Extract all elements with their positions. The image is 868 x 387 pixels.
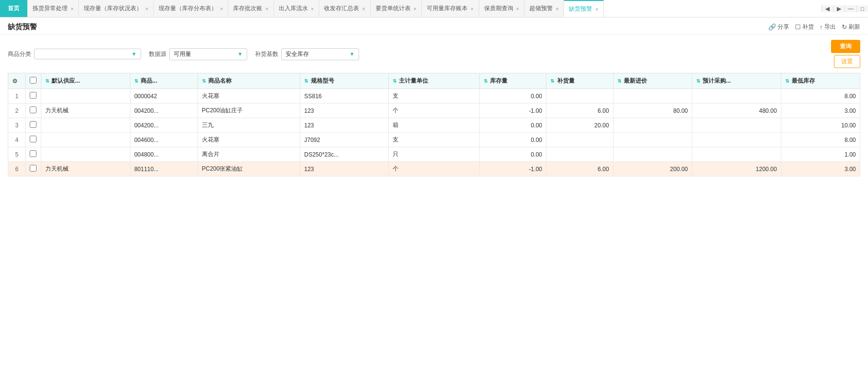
close-overstock-tab[interactable]: × bbox=[556, 6, 559, 12]
row-goods-code: 004800... bbox=[130, 147, 198, 162]
close-inventory-status-tab[interactable]: × bbox=[145, 6, 148, 12]
row-estimated bbox=[692, 133, 781, 147]
sort-supplier-icon[interactable]: ⇅ bbox=[45, 78, 49, 84]
row-checkbox[interactable] bbox=[30, 136, 36, 142]
select-all-checkbox[interactable] bbox=[30, 77, 36, 84]
sort-latest-price-icon[interactable]: ⇅ bbox=[617, 78, 621, 84]
export-button[interactable]: ↑ 导出 bbox=[820, 23, 836, 31]
tab-batch-account[interactable]: 库存批次账 × bbox=[228, 0, 273, 17]
category-label: 商品分类 bbox=[8, 50, 31, 58]
replenish-select[interactable]: 安全库存 ▼ bbox=[281, 48, 359, 60]
filter-right: 查询 设置 bbox=[831, 40, 860, 68]
row-checkbox[interactable] bbox=[30, 106, 36, 113]
row-goods-name: 三九 bbox=[198, 118, 300, 133]
row-supplier bbox=[41, 133, 130, 147]
row-goods-code: 004200... bbox=[130, 118, 198, 133]
row-min-stock: 3.00 bbox=[781, 104, 860, 118]
tab-receipt-summary[interactable]: 收发存汇总表 × bbox=[319, 0, 370, 17]
replenish-filter-group: 补货基数 安全库存 ▼ bbox=[255, 48, 359, 60]
row-checkbox-cell bbox=[26, 162, 41, 176]
replenish-button[interactable]: ☐ 补货 bbox=[795, 23, 814, 31]
tab-inventory-status[interactable]: 现存量（库存状况表） × bbox=[79, 0, 153, 17]
close-abnormal-tab[interactable]: × bbox=[71, 6, 73, 12]
tab-available-ledger[interactable]: 可用量库存账本 × bbox=[422, 0, 479, 17]
row-unit: 支 bbox=[388, 89, 479, 104]
row-goods-name: 火花塞 bbox=[198, 133, 300, 147]
table-header-row: ⚙ ⇅ 默认供应... ⇅ 商品... ⇅ 商品名称 bbox=[8, 73, 860, 89]
sort-goods-code-icon[interactable]: ⇅ bbox=[134, 78, 138, 84]
tab-next-btn[interactable]: ▶ bbox=[833, 5, 845, 12]
tab-maximize-btn[interactable]: □ bbox=[856, 5, 868, 12]
tab-inventory-dist[interactable]: 现存量（库存分布表） × bbox=[154, 0, 228, 17]
row-checkbox[interactable] bbox=[30, 92, 36, 99]
close-shortage-tab[interactable]: × bbox=[595, 6, 598, 12]
row-latest-price bbox=[613, 133, 692, 147]
row-min-stock: 10.00 bbox=[781, 118, 860, 133]
row-checkbox[interactable] bbox=[30, 150, 36, 157]
row-checkbox[interactable] bbox=[30, 165, 36, 172]
tab-abnormal[interactable]: 拣货异常处理 × bbox=[28, 0, 79, 17]
close-order-stats-tab[interactable]: × bbox=[414, 6, 416, 12]
row-latest-price bbox=[613, 89, 692, 104]
tab-expiry-query[interactable]: 保质期查询 × bbox=[479, 0, 524, 17]
row-latest-price: 200.00 bbox=[613, 162, 692, 176]
row-spec: SS816 bbox=[300, 89, 389, 104]
header-actions: 🔗 分享 ☐ 补货 ↑ 导出 ↻ 刷新 bbox=[768, 23, 861, 31]
sort-goods-name-icon[interactable]: ⇅ bbox=[202, 78, 206, 84]
row-latest-price bbox=[613, 118, 692, 133]
replenish-icon: ☐ bbox=[795, 23, 801, 31]
column-checkbox bbox=[26, 73, 41, 89]
row-num: 6 bbox=[8, 162, 26, 176]
category-select[interactable]: ▼ bbox=[34, 49, 141, 59]
row-checkbox[interactable] bbox=[30, 121, 36, 128]
row-stock: 0.00 bbox=[479, 89, 546, 104]
tab-minimize-btn[interactable]: — bbox=[845, 5, 856, 12]
table-body: 1 0000042 火花塞 SS816 支 0.00 8.00 2 力天机械 0… bbox=[8, 89, 860, 176]
tab-order-stats[interactable]: 要货单统计表 × bbox=[371, 0, 422, 17]
row-num: 4 bbox=[8, 133, 26, 147]
close-expiry-query-tab[interactable]: × bbox=[516, 6, 519, 12]
close-batch-account-tab[interactable]: × bbox=[265, 6, 268, 12]
sort-min-stock-icon[interactable]: ⇅ bbox=[785, 78, 789, 84]
datasource-select[interactable]: 可用量 ▼ bbox=[169, 48, 247, 60]
tab-overstock[interactable]: 超储预警 × bbox=[524, 0, 564, 17]
tab-home[interactable]: 首页 bbox=[0, 0, 28, 17]
close-available-ledger-tab[interactable]: × bbox=[470, 6, 473, 12]
sort-spec-icon[interactable]: ⇅ bbox=[304, 78, 308, 84]
tab-shortage[interactable]: 缺货预警 × bbox=[564, 0, 603, 17]
row-num: 1 bbox=[8, 89, 26, 104]
share-button[interactable]: 🔗 分享 bbox=[768, 23, 789, 31]
refresh-button[interactable]: ↻ 刷新 bbox=[842, 23, 860, 31]
row-replenish bbox=[546, 133, 613, 147]
column-latest-price: ⇅ 最新进价 bbox=[613, 73, 692, 89]
row-checkbox-cell bbox=[26, 89, 41, 104]
row-goods-code: 0000042 bbox=[130, 89, 198, 104]
table-row: 2 力天机械 004200... PC200油缸庄子 123 个 -1.00 6… bbox=[8, 104, 860, 118]
row-checkbox-cell bbox=[26, 118, 41, 133]
sort-unit-icon[interactable]: ⇅ bbox=[393, 78, 397, 84]
row-stock: 0.00 bbox=[479, 147, 546, 162]
setting-button[interactable]: 设置 bbox=[834, 55, 860, 68]
column-gear[interactable]: ⚙ bbox=[8, 73, 26, 89]
tab-prev-btn[interactable]: ◀ bbox=[821, 5, 833, 12]
page-container: 缺货预警 🔗 分享 ☐ 补货 ↑ 导出 ↻ 刷新 商品分类 bbox=[0, 18, 868, 387]
close-inventory-dist-tab[interactable]: × bbox=[220, 6, 223, 12]
tab-bar-nav: ◀ ▶ — □ bbox=[821, 5, 868, 12]
sort-replenish-icon[interactable]: ⇅ bbox=[550, 78, 554, 84]
close-in-out-flow-tab[interactable]: × bbox=[311, 6, 314, 12]
sort-stock-icon[interactable]: ⇅ bbox=[484, 78, 488, 84]
table-row: 1 0000042 火花塞 SS816 支 0.00 8.00 bbox=[8, 89, 860, 104]
row-spec: 123 bbox=[300, 118, 389, 133]
close-receipt-summary-tab[interactable]: × bbox=[362, 6, 365, 12]
datasource-arrow-icon: ▼ bbox=[237, 51, 243, 57]
row-unit: 只 bbox=[388, 147, 479, 162]
shortage-table: ⚙ ⇅ 默认供应... ⇅ 商品... ⇅ 商品名称 bbox=[8, 73, 860, 176]
export-icon: ↑ bbox=[820, 23, 823, 31]
tab-in-out-flow[interactable]: 出入库流水 × bbox=[274, 0, 319, 17]
gear-icon[interactable]: ⚙ bbox=[12, 78, 18, 85]
row-unit: 个 bbox=[388, 104, 479, 118]
row-latest-price: 80.00 bbox=[613, 104, 692, 118]
query-button[interactable]: 查询 bbox=[831, 40, 860, 53]
row-checkbox-cell bbox=[26, 104, 41, 118]
sort-estimated-icon[interactable]: ⇅ bbox=[696, 78, 700, 84]
